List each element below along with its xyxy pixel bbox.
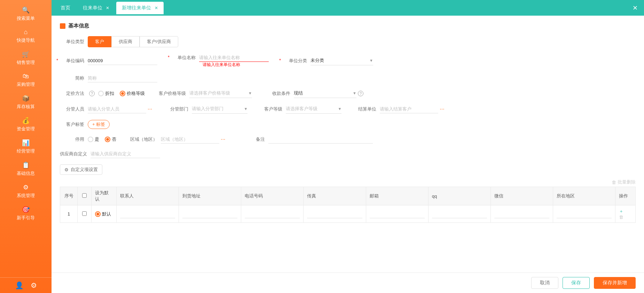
sidebar-item-finance[interactable]: 💰 资金管理 bbox=[0, 113, 52, 136]
settlement-unit-more-btn[interactable]: ··· bbox=[438, 106, 446, 112]
department-arrow-icon: ▼ bbox=[244, 107, 248, 111]
sidebar-bottom: 👤 ⚙ bbox=[0, 277, 52, 293]
tab-partner-close[interactable]: ✕ bbox=[106, 6, 109, 10]
remarks-input[interactable] bbox=[268, 135, 373, 144]
btn-customer[interactable]: 客户 bbox=[88, 36, 111, 47]
contact-input[interactable] bbox=[120, 210, 175, 218]
tab-home[interactable]: 首页 bbox=[55, 2, 76, 14]
cell-location[interactable] bbox=[553, 205, 615, 223]
region-more-btn[interactable]: ··· bbox=[219, 136, 227, 143]
cell-qq[interactable] bbox=[428, 205, 490, 223]
pricing-method-label: 定价方法 bbox=[60, 90, 88, 97]
settings-icon: ⚙ bbox=[64, 167, 69, 172]
cell-email[interactable] bbox=[366, 205, 428, 223]
remarks-label: 备注 bbox=[241, 136, 268, 143]
btn-supplier[interactable]: 供应商 bbox=[111, 36, 140, 47]
delete-row-btn[interactable]: 🗑 bbox=[619, 214, 623, 220]
cancel-button[interactable]: 取消 bbox=[531, 277, 558, 289]
phone-input[interactable] bbox=[245, 210, 300, 218]
radio-yes-outer bbox=[88, 137, 93, 142]
tab-new-partner-close[interactable]: ✕ bbox=[155, 6, 158, 10]
customer-price-level-dropdown[interactable]: 请选择客户价格等级 ▼ bbox=[189, 89, 252, 98]
cell-fax[interactable] bbox=[304, 205, 366, 223]
address-input[interactable] bbox=[182, 210, 237, 218]
add-tag-button[interactable]: + 标签 bbox=[88, 120, 110, 129]
sidebar-item-inventory[interactable]: 📦 库存核算 bbox=[0, 91, 52, 113]
row-checkbox[interactable] bbox=[82, 211, 87, 216]
sidebar-item-guide[interactable]: 🎯 新手引导 bbox=[0, 202, 52, 225]
save-button[interactable]: 保存 bbox=[563, 277, 590, 289]
money-icon: 💰 bbox=[22, 117, 30, 124]
tab-new-partner[interactable]: 新增往来单位 ✕ bbox=[116, 2, 164, 14]
customer-tag-label: 客户标签 bbox=[60, 121, 88, 128]
save-and-new-button[interactable]: 保存并新增 bbox=[594, 277, 636, 289]
manager-input[interactable] bbox=[88, 105, 146, 113]
settings-icon[interactable]: ⚙ bbox=[31, 281, 37, 290]
cell-contact[interactable] bbox=[116, 205, 179, 223]
th-checkbox bbox=[78, 187, 92, 205]
abbreviation-input[interactable] bbox=[88, 74, 157, 82]
th-wechat: 微信 bbox=[491, 187, 553, 205]
radio-price-level[interactable]: 价格等级 bbox=[120, 90, 145, 97]
qq-input[interactable] bbox=[432, 210, 487, 218]
btn-both[interactable]: 客户/供应商 bbox=[140, 36, 178, 47]
region-input[interactable] bbox=[161, 135, 219, 144]
customer-level-dropdown[interactable]: 请选择客户等级 ▼ bbox=[286, 104, 341, 114]
sidebar-item-search[interactable]: 🔍 搜索菜单 bbox=[0, 3, 52, 25]
sidebar: 🔍 搜索菜单 ⌂ 快捷导航 🛒 销售管理 🛍 采购管理 📦 库存核算 💰 资金管… bbox=[0, 0, 52, 293]
fax-input[interactable] bbox=[307, 210, 362, 218]
sidebar-item-label: 库存核算 bbox=[17, 104, 35, 110]
sidebar-item-sales[interactable]: 🛒 销售管理 bbox=[0, 47, 52, 69]
tab-partner[interactable]: 往来单位 ✕ bbox=[77, 2, 115, 14]
sidebar-item-quick-nav[interactable]: ⌂ 快捷导航 bbox=[0, 25, 52, 47]
manager-more-btn[interactable]: ··· bbox=[146, 106, 154, 112]
radio-no[interactable]: 否 bbox=[105, 136, 116, 143]
add-row-btn[interactable]: ＋ bbox=[619, 209, 623, 214]
settlement-unit-label: 结算单位 bbox=[352, 106, 380, 112]
cell-address[interactable] bbox=[179, 205, 241, 223]
radio-discount-outer bbox=[98, 91, 104, 96]
payment-terms-label: 收款条件 bbox=[266, 90, 294, 97]
close-all-tabs[interactable]: ✕ bbox=[630, 3, 641, 13]
settlement-unit-input[interactable] bbox=[380, 105, 438, 113]
unit-category-dropdown[interactable]: 未分类 ▼ bbox=[311, 56, 373, 65]
gear-icon: ⚙ bbox=[23, 184, 29, 191]
unit-code-input[interactable] bbox=[88, 57, 157, 65]
payment-terms-dropdown[interactable]: 现结 ▼ bbox=[294, 89, 356, 98]
batch-delete-label[interactable]: 批量删除 bbox=[618, 179, 636, 185]
radio-default[interactable]: 默认 bbox=[95, 211, 113, 217]
department-dropdown[interactable]: 请输入分管部门 ▼ bbox=[192, 104, 248, 114]
email-input[interactable] bbox=[370, 210, 425, 218]
bag-icon: 🛍 bbox=[23, 73, 29, 80]
pricing-help-icon[interactable]: ? bbox=[89, 91, 95, 96]
section-title: 基本信息 bbox=[60, 23, 636, 29]
user-icon[interactable]: 👤 bbox=[15, 281, 24, 290]
wechat-input[interactable] bbox=[494, 210, 549, 218]
radio-default-inner bbox=[96, 213, 99, 215]
select-all-checkbox[interactable] bbox=[82, 193, 87, 198]
radio-yes[interactable]: 是 bbox=[88, 136, 99, 143]
customer-price-level-placeholder: 请选择客户价格等级 bbox=[189, 90, 230, 96]
unit-name-input[interactable] bbox=[199, 54, 269, 62]
sidebar-item-label: 资金管理 bbox=[17, 126, 35, 132]
unit-type-row: 单位类型 客户 供应商 客户/供应商 bbox=[60, 36, 636, 47]
location-input[interactable] bbox=[557, 210, 612, 218]
disabled-label: 停用 bbox=[60, 136, 88, 143]
customer-level-arrow-icon: ▼ bbox=[338, 107, 341, 111]
manager-row: 分管人员 ··· 分管部门 请输入分管部门 ▼ 客户等级 bbox=[60, 104, 636, 114]
sidebar-item-label: 销售管理 bbox=[17, 59, 35, 66]
sidebar-item-label: 采购管理 bbox=[17, 81, 35, 88]
sidebar-item-operations[interactable]: 📊 经营管理 bbox=[0, 136, 52, 158]
radio-discount[interactable]: 折扣 bbox=[98, 90, 114, 97]
price-level-arrow-icon: ▼ bbox=[248, 91, 252, 95]
sidebar-item-basic-info[interactable]: 📋 基础信息 bbox=[0, 158, 52, 180]
cell-phone[interactable] bbox=[241, 205, 304, 223]
custom-settings-button[interactable]: ⚙ 自定义项设置 bbox=[60, 164, 102, 175]
cell-wechat[interactable] bbox=[491, 205, 553, 223]
cell-checkbox[interactable] bbox=[78, 205, 92, 223]
payment-terms-help-icon[interactable]: ? bbox=[358, 91, 363, 96]
sidebar-item-purchase[interactable]: 🛍 采购管理 bbox=[0, 69, 52, 91]
supplier-custom-input[interactable] bbox=[91, 150, 160, 158]
tab-bar: 首页 往来单位 ✕ 新增往来单位 ✕ ✕ bbox=[52, 0, 644, 16]
sidebar-item-system[interactable]: ⚙ 系统管理 bbox=[0, 180, 52, 202]
